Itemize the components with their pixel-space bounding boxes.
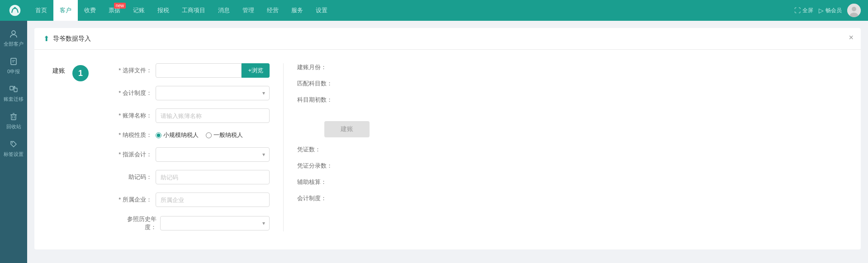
nav-item-customer[interactable]: 客户 xyxy=(53,0,78,21)
belong-row: * 所属企业： xyxy=(116,193,270,207)
ledger-name-row: * 账簿名称： xyxy=(116,108,270,123)
sidebar-item-recycle[interactable]: 回收站 xyxy=(0,107,27,135)
tax-type-radio-group: 小规模纳税人 一般纳税人 xyxy=(156,131,270,139)
ledger-name-input[interactable] xyxy=(156,108,270,123)
tax-type-row: * 纳税性质： 小规模纳税人 一般纳税人 xyxy=(116,131,270,139)
svg-point-16 xyxy=(12,142,13,143)
sidebar-item-all-customers[interactable]: 全部客户 xyxy=(0,24,27,52)
history-year-select-wrapper xyxy=(160,216,270,230)
top-nav: 首页 客户 收费 票据 new 记账 报税 工商项目 消息 管理 经营 服务 设… xyxy=(0,0,868,21)
nav-item-home[interactable]: 首页 xyxy=(29,0,53,21)
nav-item-billing[interactable]: 收费 xyxy=(78,0,102,21)
panel-title: 导爷数据导入 xyxy=(53,35,91,43)
accounting-select[interactable] xyxy=(156,86,270,100)
avatar[interactable] xyxy=(847,4,861,17)
step-badge: 1 xyxy=(72,65,89,81)
nav-item-invoice[interactable]: 票据 new xyxy=(102,0,127,21)
sidebar: 全部客户 0申报 账套迁移 xyxy=(0,21,27,263)
tax-small-radio[interactable]: 小规模纳税人 xyxy=(156,131,199,139)
nav-item-tax[interactable]: 报税 xyxy=(151,0,175,21)
nav-item-message[interactable]: 消息 xyxy=(212,0,236,21)
fullscreen-btn[interactable]: ⛶ 全屏 xyxy=(794,7,813,14)
tag-icon xyxy=(9,139,19,149)
panel-close-button[interactable]: × xyxy=(849,33,854,42)
layout: 全部客户 0申报 账套迁移 xyxy=(0,21,868,263)
voucher-count-label: 凭证数： xyxy=(297,146,321,154)
svg-rect-9 xyxy=(10,86,13,90)
memo-input[interactable] xyxy=(156,170,270,184)
import-icon: ⬆ xyxy=(43,34,49,43)
belong-label: * 所属企业： xyxy=(116,196,152,204)
accounting-label: * 会计制度： xyxy=(116,89,152,97)
accounting-select-wrapper xyxy=(156,86,270,100)
match-subject-row: 匹配科目数： xyxy=(297,80,397,88)
file-input-group: +浏览 xyxy=(156,63,270,78)
form-right-column: 建账月份： 匹配科目数： 科目期初数： 建账 凭证数： 凭证 xyxy=(297,63,397,231)
panel-header: ⬆ 导爷数据导入 xyxy=(34,28,861,50)
browse-button[interactable]: +浏览 xyxy=(242,63,270,78)
match-subject-label: 匹配科目数： xyxy=(297,80,332,88)
accounting-row: * 会计制度： xyxy=(116,86,270,100)
sidebar-item-tag-settings[interactable]: 标签设置 xyxy=(0,135,27,162)
form-left-column: * 选择文件： +浏览 * 会计制度： xyxy=(116,63,270,231)
file-row: * 选择文件： +浏览 xyxy=(116,63,270,78)
nav-logo xyxy=(5,0,25,21)
svg-point-5 xyxy=(12,31,15,34)
subject-init-row: 科目期初数： xyxy=(297,96,397,104)
setup-month-row: 建账月份： xyxy=(297,63,397,71)
aux-account-label: 辅助核算： xyxy=(297,178,327,186)
nav-item-ledger[interactable]: 记账 xyxy=(127,0,151,21)
svg-rect-10 xyxy=(14,88,17,92)
sidebar-item-declaration[interactable]: 0申报 xyxy=(0,52,27,80)
ledger-name-label: * 账簿名称： xyxy=(116,112,152,120)
voucher-entry-label: 凭证分录数： xyxy=(297,162,332,170)
assign-acc-select-wrapper xyxy=(156,147,270,162)
svg-point-1 xyxy=(14,7,16,9)
svg-rect-6 xyxy=(11,58,16,65)
file-input[interactable] xyxy=(156,63,242,78)
nav-items: 首页 客户 收费 票据 new 记账 报税 工商项目 消息 管理 经营 服务 设… xyxy=(29,0,794,21)
belong-input[interactable] xyxy=(156,193,270,207)
membership-btn[interactable]: ▷ 畅会员 xyxy=(819,7,842,14)
declare-icon xyxy=(9,56,19,66)
right-accounting-system-row: 会计制度： xyxy=(297,194,397,202)
panel: ⬆ 导爷数据导入 × 建账 1 * 选择文件： xyxy=(34,28,861,249)
nav-right: ⛶ 全屏 ▷ 畅会员 xyxy=(794,4,868,17)
assign-acc-row: * 指派会计： xyxy=(116,147,270,162)
build-btn-row: 建账 xyxy=(297,121,397,137)
svg-rect-11 xyxy=(11,115,16,120)
tax-type-label: * 纳税性质： xyxy=(116,131,152,139)
history-year-select[interactable] xyxy=(160,216,270,230)
memo-label: 助记码： xyxy=(116,173,152,181)
main-content: ⬆ 导爷数据导入 × 建账 1 * 选择文件： xyxy=(27,21,868,263)
memo-row: 助记码： xyxy=(116,170,270,184)
new-badge: new xyxy=(114,3,126,9)
right-accounting-system-label: 会计制度： xyxy=(297,194,327,202)
voucher-count-row: 凭证数： xyxy=(297,146,397,154)
form-area: 建账 1 * 选择文件： +浏览 * 会计制度： xyxy=(34,50,861,245)
svg-point-0 xyxy=(9,5,21,16)
assign-acc-label: * 指派会计： xyxy=(116,150,152,159)
svg-point-3 xyxy=(852,7,856,11)
nav-item-manage[interactable]: 管理 xyxy=(236,0,261,21)
nav-item-settings[interactable]: 设置 xyxy=(309,0,334,21)
nav-item-service[interactable]: 服务 xyxy=(285,0,309,21)
person-icon xyxy=(9,29,19,39)
nav-item-bizproj[interactable]: 工商项目 xyxy=(175,0,212,21)
step-section: 建账 1 xyxy=(52,63,89,231)
divider xyxy=(283,63,284,231)
assign-acc-select[interactable] xyxy=(156,147,270,162)
step-label: 建账 xyxy=(52,67,65,75)
aux-account-row: 辅助核算： xyxy=(297,178,397,186)
trash-icon xyxy=(9,112,19,122)
history-year-row: 参照历史年度： xyxy=(116,215,270,231)
nav-item-operation[interactable]: 经营 xyxy=(261,0,285,21)
file-label: * 选择文件： xyxy=(116,66,152,75)
setup-month-label: 建账月份： xyxy=(297,63,327,71)
migrate-icon xyxy=(9,84,19,94)
subject-init-label: 科目期初数： xyxy=(297,96,332,104)
voucher-entry-row: 凭证分录数： xyxy=(297,162,397,170)
sidebar-item-account-migrate[interactable]: 账套迁移 xyxy=(0,80,27,107)
tax-general-radio[interactable]: 一般纳税人 xyxy=(206,131,243,139)
build-button[interactable]: 建账 xyxy=(324,121,370,137)
